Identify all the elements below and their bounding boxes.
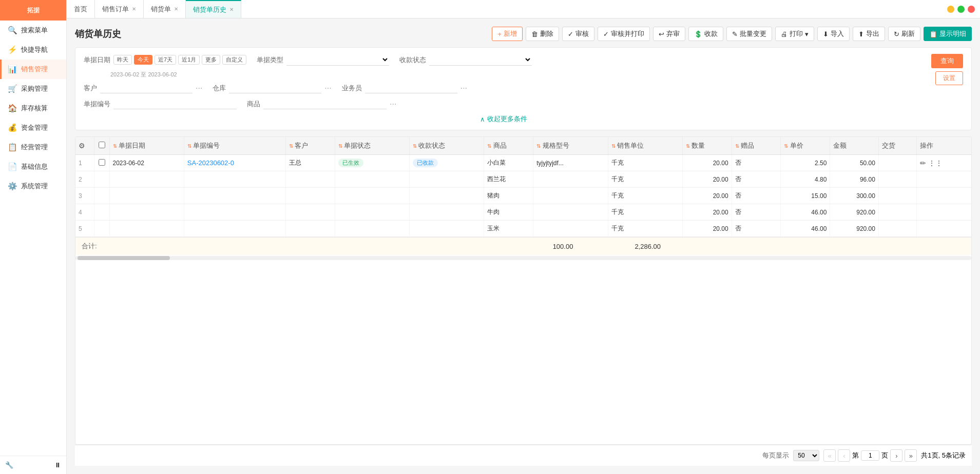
show-details-button[interactable]: 📋 显示明细 xyxy=(924,27,972,41)
collect-button[interactable]: 💲 收款 xyxy=(688,27,723,41)
sidebar-item-quicknav[interactable]: ⚡ 快捷导航 xyxy=(0,40,66,60)
th-doc-status[interactable]: ⇅ 单据状态 xyxy=(335,137,409,155)
cell-trade xyxy=(878,221,916,237)
maximize-button[interactable] xyxy=(957,6,965,13)
scrollbar-thumb[interactable] xyxy=(78,256,170,260)
minimize-button[interactable] xyxy=(947,6,954,13)
doc-type-select[interactable] xyxy=(286,54,389,66)
cell-action xyxy=(917,204,971,221)
page-header: 销货单历史 + 新增 🗑 删除 ✓ 审核 ✓ 审核并打印 xyxy=(75,27,972,41)
sidebar-item-inventory[interactable]: 🏠 库存核算 xyxy=(0,98,66,118)
sidebar-item-operations[interactable]: 📋 经营管理 xyxy=(0,137,66,157)
th-doc-date[interactable]: ⇅ 单据日期 xyxy=(109,137,184,155)
abandon-button[interactable]: ↩ 弃审 xyxy=(653,27,685,41)
window-controls xyxy=(942,6,980,13)
th-trade: 交货 xyxy=(878,137,916,155)
refresh-button[interactable]: ↻ 刷新 xyxy=(888,27,920,41)
sort-icon: ⇅ xyxy=(187,143,191,149)
cell-action xyxy=(917,171,971,188)
th-trade-label: 交货 xyxy=(882,142,895,149)
sidebar-item-purchase[interactable]: 🛒 采购管理 xyxy=(0,79,66,98)
date-btn-today[interactable]: 今天 xyxy=(134,55,152,65)
th-customer[interactable]: ⇅ 客户 xyxy=(285,137,335,155)
more-icon[interactable]: ⋮⋮ xyxy=(928,159,943,167)
payment-status-select[interactable] xyxy=(429,54,532,66)
page-number-input[interactable] xyxy=(861,450,879,461)
th-gift[interactable]: ⇅ 赠品 xyxy=(732,137,781,155)
sort-icon: ⇅ xyxy=(611,143,616,149)
th-sales-unit[interactable]: ⇅ 销售单位 xyxy=(608,137,682,155)
cell-checkbox[interactable] xyxy=(94,155,109,171)
date-btn-yesterday[interactable]: 昨天 xyxy=(113,55,132,65)
last-page-button[interactable]: » xyxy=(905,449,917,462)
goods-picker-icon[interactable]: ··· xyxy=(390,100,396,109)
select-all-checkbox[interactable] xyxy=(99,142,105,148)
th-quantity[interactable]: ⇅ 数量 xyxy=(682,137,732,155)
doc-num-link[interactable]: SA-20230602-0 xyxy=(187,159,234,167)
cell-checkbox[interactable] xyxy=(94,188,109,204)
warehouse-input[interactable] xyxy=(229,83,321,93)
import-button[interactable]: ⬇ 导入 xyxy=(817,27,850,41)
new-button[interactable]: + 新增 xyxy=(492,27,523,41)
prev-page-button[interactable]: ‹ xyxy=(838,449,850,462)
cell-checkbox[interactable] xyxy=(94,171,109,188)
close-icon[interactable]: ✕ xyxy=(132,6,136,12)
sidebar-collapse-icon[interactable]: ⏸ xyxy=(54,461,61,469)
edit-icon[interactable]: ✏ xyxy=(920,159,926,167)
tab-sales-goods[interactable]: 销货单 ✕ xyxy=(144,0,186,18)
date-btn-1month[interactable]: 近1月 xyxy=(178,55,200,65)
settings-gear-icon[interactable]: ⚙ xyxy=(79,142,85,150)
row-checkbox[interactable] xyxy=(99,159,105,166)
settings-button[interactable]: 设置 xyxy=(935,71,963,85)
close-icon[interactable]: ✕ xyxy=(229,7,234,12)
horizontal-scrollbar[interactable] xyxy=(75,256,971,260)
sidebar-item-finance[interactable]: 💰 资金管理 xyxy=(0,118,66,137)
sidebar-settings-icon[interactable]: 🔧 xyxy=(5,461,13,469)
review-print-button[interactable]: ✓ 审核并打印 xyxy=(598,27,650,41)
th-payment-status[interactable]: ⇅ 收款状态 xyxy=(410,137,484,155)
customer-input[interactable] xyxy=(100,83,193,93)
export-button[interactable]: ⬆ 导出 xyxy=(853,27,885,41)
review-button[interactable]: ✓ 审核 xyxy=(562,27,594,41)
goods-input[interactable] xyxy=(263,98,387,109)
th-goods[interactable]: ⇅ 商品 xyxy=(484,137,533,155)
sidebar-item-system[interactable]: ⚙️ 系统管理 xyxy=(0,176,66,196)
delete-button[interactable]: 🗑 删除 xyxy=(526,27,559,41)
warehouse-picker-icon[interactable]: ··· xyxy=(324,84,331,93)
first-page-button[interactable]: « xyxy=(823,449,836,462)
query-button[interactable]: 查询 xyxy=(931,54,963,68)
sidebar-item-sales[interactable]: 📊 销售管理 xyxy=(0,60,66,79)
cell-checkbox[interactable] xyxy=(94,221,109,237)
staff-picker-icon[interactable]: ··· xyxy=(460,84,467,93)
cell-spec-type xyxy=(533,204,608,221)
purchase-icon: 🛒 xyxy=(8,84,17,93)
staff-input[interactable] xyxy=(365,83,457,93)
cell-spec-type xyxy=(533,188,608,204)
customer-picker-icon[interactable]: ··· xyxy=(196,84,202,93)
th-doc-num[interactable]: ⇅ 单据编号 xyxy=(184,137,285,155)
batch-change-button[interactable]: ✎ 批量变更 xyxy=(726,27,772,41)
collapse-btn[interactable]: ∧ 收起更多条件 xyxy=(84,114,923,124)
th-spec-type[interactable]: ⇅ 规格型号 xyxy=(533,137,608,155)
th-settings[interactable]: ⚙ xyxy=(75,137,94,155)
sidebar-item-basic-info[interactable]: 📄 基础信息 xyxy=(0,157,66,176)
th-action: 操作 xyxy=(917,137,971,155)
th-unit-price[interactable]: ⇅ 单价 xyxy=(781,137,830,155)
next-page-button[interactable]: › xyxy=(890,449,902,462)
cell-doc-date: 2023-06-02 xyxy=(109,155,184,171)
cell-checkbox[interactable] xyxy=(94,204,109,221)
tab-sales-history[interactable]: 销货单历史 ✕ xyxy=(186,0,241,18)
tab-sales-order[interactable]: 销售订单 ✕ xyxy=(95,0,144,18)
date-btn-7days[interactable]: 近7天 xyxy=(155,55,176,65)
tab-bar: 首页 销售订单 ✕ 销货单 ✕ 销货单历史 ✕ xyxy=(67,0,980,18)
tab-home[interactable]: 首页 xyxy=(67,0,95,18)
print-button[interactable]: 🖨 打印 ▾ xyxy=(775,27,814,41)
sidebar-item-search[interactable]: 🔍 搜索菜单 xyxy=(0,21,66,40)
window-close-button[interactable] xyxy=(968,6,975,13)
date-btn-custom[interactable]: 自定义 xyxy=(222,55,246,65)
doc-num-input[interactable] xyxy=(113,98,237,109)
date-btn-more[interactable]: 更多 xyxy=(202,55,220,65)
close-icon[interactable]: ✕ xyxy=(174,6,178,12)
per-page-select[interactable]: 50 100 200 xyxy=(793,450,819,461)
sort-icon: ⇅ xyxy=(735,143,739,149)
